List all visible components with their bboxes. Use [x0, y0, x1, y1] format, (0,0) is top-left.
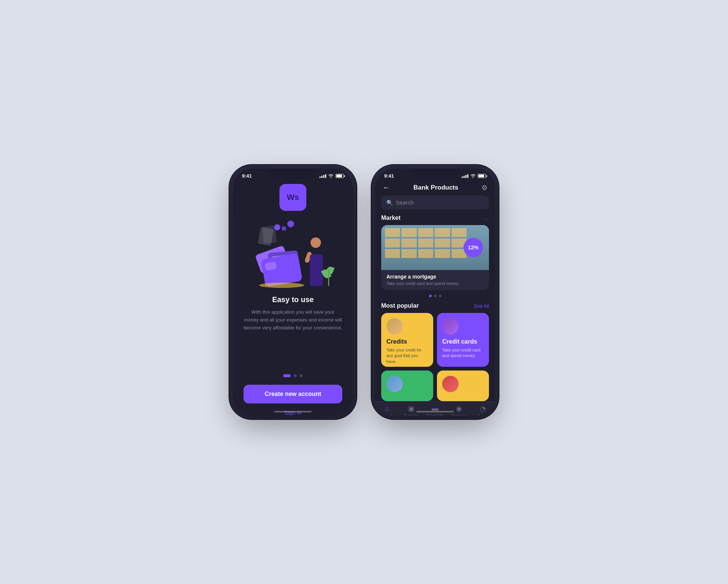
carousel-card-mortgage[interactable]: 12% Arrange a mortgage Take your credit … [381, 225, 489, 290]
home-tab-label: Home [382, 414, 392, 415]
popular-section-header: Most popular See All [375, 302, 495, 313]
carousel-card-title: Arrange a mortgage [386, 274, 484, 280]
logo-text: Ws [287, 193, 299, 202]
home-indicator-2 [416, 411, 454, 412]
credit-cards-desc: Take your credit card and spend money. [442, 347, 484, 359]
bank-products-screen: ← Bank Products ⚙ 🔍 Search Market ... [375, 180, 495, 415]
products-tab-icon: ▣ [408, 405, 415, 413]
carousel-card-info: Arrange a mortgage Take your credit card… [381, 270, 489, 290]
illus-plant [323, 264, 334, 286]
popular-card-credit-cards[interactable]: Credit cards Take your credit card and s… [437, 313, 489, 367]
page-title: Bank Products [413, 184, 458, 191]
app-logo: Ws [279, 184, 306, 211]
phone-onboarding: 9:41 [233, 169, 353, 415]
create-account-button[interactable]: Create new account [244, 385, 342, 403]
status-icons-1 [319, 174, 344, 178]
scroll-area: Market ... [375, 215, 495, 401]
carousel-dot-1 [429, 295, 432, 297]
status-time-1: 9:41 [242, 173, 252, 179]
onboarding-illustration [252, 217, 334, 292]
signal-icon [319, 174, 326, 178]
back-button[interactable]: ← [383, 183, 390, 192]
tab-home[interactable]: ⌂ Home [375, 405, 399, 415]
credits-thumb [386, 318, 403, 335]
market-section-title: Market [381, 215, 401, 221]
home-indicator-1 [274, 411, 312, 412]
carousel-dot-2 [434, 295, 437, 297]
battery-icon-2 [478, 174, 486, 178]
popular-grid: Credits Take your credit for any goal th… [375, 313, 495, 401]
illus-wallet [261, 253, 303, 287]
chatroom-tab-label: Chatroom [451, 414, 467, 415]
products-tab-label: Products [404, 414, 418, 415]
onboarding-screen: Ws [233, 180, 353, 415]
carousel-dots [375, 295, 495, 297]
popular-card-credits[interactable]: Credits Take your credit for any goal th… [381, 313, 433, 367]
phones-container: 9:41 [233, 169, 495, 415]
profile-tab-label: Profile [478, 414, 488, 415]
wifi-icon [328, 174, 334, 178]
market-section-header: Market ... [375, 215, 495, 225]
phone-bank-products: 9:41 [375, 169, 495, 415]
chatroom-tab-icon: ◉ [456, 405, 462, 413]
home-tab-icon: ⌂ [385, 405, 389, 412]
dot-2 [294, 374, 297, 377]
percent-badge: 12% [464, 238, 483, 257]
search-icon: 🔍 [386, 200, 393, 206]
tab-bar: ⌂ Home ▣ Products ▬ Payments ◉ Chatroom [375, 401, 495, 415]
search-placeholder: Search [396, 199, 414, 206]
signal-icon-2 [462, 174, 468, 178]
card3-thumb [386, 376, 403, 392]
notch-2 [411, 169, 459, 179]
popular-card-4[interactable] [437, 371, 489, 401]
card4-thumb [442, 376, 459, 392]
onboard-description: With this application you will save your… [244, 308, 342, 367]
see-all-button[interactable]: See All [474, 303, 489, 309]
dot-3 [300, 374, 303, 377]
payments-tab-label: Payments [427, 414, 443, 415]
onboard-title: Easy to use [272, 295, 313, 304]
onboard-dots [283, 374, 303, 377]
illus-ground [259, 283, 304, 288]
carousel-dot-3 [439, 295, 441, 297]
credits-title: Credits [386, 338, 428, 345]
search-bar[interactable]: 🔍 Search [381, 196, 489, 209]
nav-header: ← Bank Products ⚙ [375, 180, 495, 196]
battery-icon [336, 174, 344, 178]
dot-1 [283, 374, 291, 377]
status-time-2: 9:41 [384, 173, 394, 179]
signin-button[interactable]: Sign In [284, 409, 302, 415]
market-carousel: 12% Arrange a mortgage Take your credit … [375, 225, 495, 290]
profile-tab-icon: ◔ [480, 405, 486, 413]
tab-products[interactable]: ▣ Products [399, 405, 423, 415]
credit-cards-thumb [442, 318, 459, 335]
carousel-card-desc: Take your credit card and spend money. [386, 281, 484, 286]
tab-chatroom[interactable]: ◉ Chatroom [447, 405, 471, 415]
tab-payments[interactable]: ▬ Payments [423, 405, 447, 415]
credit-cards-title: Credit cards [442, 338, 484, 345]
popular-section-title: Most popular [381, 302, 419, 309]
wifi-icon-2 [470, 174, 476, 178]
notch [269, 169, 317, 179]
market-more-button[interactable]: ... [484, 215, 489, 221]
tab-profile[interactable]: ◔ Profile [471, 405, 495, 415]
carousel-card-image: 12% [381, 225, 489, 270]
settings-icon[interactable]: ⚙ [481, 184, 487, 192]
credits-desc: Take your credit for any goal that you h… [386, 347, 428, 365]
popular-card-3[interactable] [381, 371, 433, 401]
status-icons-2 [462, 174, 486, 178]
illus-doc [258, 227, 273, 246]
